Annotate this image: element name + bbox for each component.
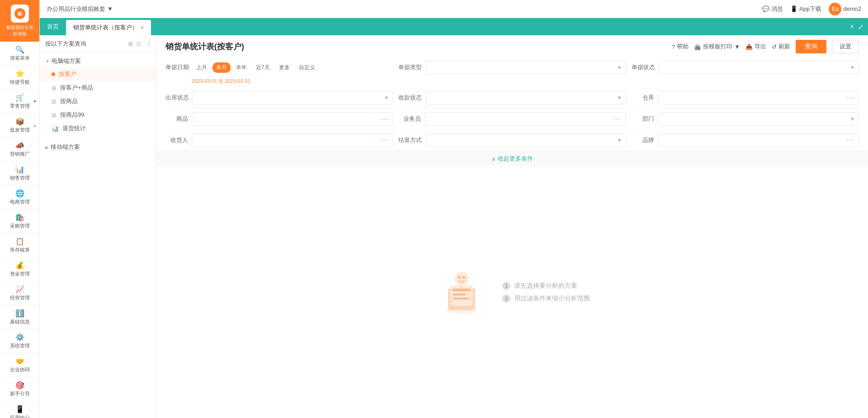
new-guide-icon: 🎯 bbox=[15, 381, 24, 390]
filter-data-area: 销货单统计表(按客户) ? 帮助 🖨️ 按模板打印 ▼ 📤 bbox=[156, 35, 868, 418]
header-left: 办公用品行业模拟账套 ▼ bbox=[47, 5, 113, 13]
retail-mgmt-icon: 🛒 bbox=[15, 93, 24, 102]
page-title: 销货单统计表(按客户) bbox=[165, 41, 244, 52]
filter-row-1: 单据日期 上月 本月 本年 近7天 更多 自定义 bbox=[165, 57, 859, 78]
sidebar-item-sales-mgmt[interactable]: 📊 销售管理 bbox=[0, 162, 39, 185]
pay-status-select[interactable]: ▼ bbox=[425, 91, 626, 104]
sidebar-item-inventory[interactable]: 📋 库存核算 bbox=[0, 233, 39, 257]
logo-area: 畅 畅捷通好生意 标准版 bbox=[0, 0, 39, 42]
tab-maximize-btn[interactable]: ⤢ bbox=[858, 23, 863, 31]
svg-point-10 bbox=[462, 276, 465, 279]
empty-state: 1 请先选择要分析的方案 2 用过滤条件来缩小分析范围 bbox=[156, 166, 868, 418]
date-tab-this-month[interactable]: 本月 bbox=[212, 62, 231, 73]
scheme-item-by-customer[interactable]: 按客户 bbox=[40, 67, 156, 81]
marketing-icon: 📣 bbox=[15, 141, 24, 150]
sidebar-item-quick-nav[interactable]: ⭐ 快捷导航 bbox=[0, 66, 39, 90]
app-download-btn[interactable]: 📱 App下载 bbox=[790, 5, 821, 13]
date-tab-7days[interactable]: 近7天 bbox=[252, 62, 274, 73]
print-icon: 🖨️ bbox=[694, 43, 701, 50]
scheme-group-pc-header[interactable]: ▼ 电脑端方案 bbox=[40, 55, 156, 67]
svg-rect-5 bbox=[453, 289, 471, 291]
empty-illustration bbox=[434, 265, 489, 319]
pay-status-arrow: ▼ bbox=[617, 95, 622, 100]
date-tab-more[interactable]: 更多 bbox=[275, 62, 293, 73]
account-dropdown-btn[interactable]: 办公用品行业模拟账套 ▼ bbox=[47, 5, 113, 13]
avatar: Ea bbox=[829, 3, 841, 15]
filter-pay-status-field: 收款状态 ▼ bbox=[398, 91, 626, 104]
tab-home[interactable]: 首页 bbox=[40, 18, 66, 35]
sidebar-item-wholesale-mgmt[interactable]: 📦 批发管理 bbox=[0, 114, 39, 138]
date-tab-prev-month[interactable]: 上月 bbox=[193, 62, 211, 73]
tab-sales-stat[interactable]: 销货单统计表（按客户） × bbox=[66, 20, 151, 35]
refresh-btn[interactable]: ↺ 刷新 bbox=[772, 43, 790, 51]
sidebar-item-new-guide[interactable]: 🎯 新手引导 bbox=[0, 377, 39, 401]
status-select-arrow: ▼ bbox=[850, 65, 855, 70]
date-tabs: 上月 本月 本年 近7天 更多 自定义 bbox=[193, 62, 319, 73]
tip-text-2: 用过滤条件来缩小分析范围 bbox=[514, 294, 590, 303]
sales-stat-tab-label: 销货单统计表（按客户） bbox=[73, 24, 138, 32]
receiver-select[interactable]: ··· bbox=[192, 133, 393, 147]
filter-date-field: 单据日期 上月 本月 本年 近7天 更多 自定义 bbox=[165, 62, 393, 73]
filter-out-status-field: 出库状态 ▼ bbox=[165, 91, 393, 104]
sidebar-item-marketing[interactable]: 📣 营销推广 bbox=[0, 138, 39, 162]
query-button[interactable]: 查询 bbox=[796, 40, 826, 53]
sidebar-item-enterprise-collab[interactable]: 🤝 企业协同 bbox=[0, 353, 39, 377]
sidebar-item-operations[interactable]: 📈 经营管理 bbox=[0, 281, 39, 305]
tab-close-icon[interactable]: × bbox=[141, 24, 144, 31]
sidebar-item-search-menu[interactable]: 🔍 搜索菜单 bbox=[0, 42, 39, 66]
settings-button[interactable]: 设置 bbox=[832, 40, 859, 53]
app-center-icon: 📱 bbox=[15, 405, 24, 413]
sidebar-item-app-center[interactable]: 📱 应用中心 bbox=[0, 401, 39, 418]
date-tab-this-year[interactable]: 本年 bbox=[232, 62, 250, 73]
help-icon: ? bbox=[672, 43, 675, 50]
wholesale-mgmt-icon: 📦 bbox=[15, 117, 24, 126]
template-print-btn[interactable]: 🖨️ 按模板打印 ▼ bbox=[694, 43, 740, 51]
sidebar-item-retail-mgmt[interactable]: 🛒 零售管理 bbox=[0, 90, 39, 114]
status-select[interactable]: ▼ bbox=[659, 61, 859, 74]
inventory-icon: 📋 bbox=[15, 237, 24, 246]
salesperson-select[interactable]: ··· bbox=[425, 112, 626, 126]
out-status-select[interactable]: ▼ bbox=[193, 91, 393, 104]
purchase-mgmt-icon: 🛍️ bbox=[15, 213, 24, 222]
sidebar-item-label: 快捷导航 bbox=[10, 79, 30, 86]
type-select-arrow: ▼ bbox=[617, 65, 622, 70]
collapse-more-btn[interactable]: ∧ 收起更多条件 bbox=[156, 151, 868, 166]
sidebar-item-sys-mgmt[interactable]: ⚙️ 系统管理 bbox=[0, 329, 39, 353]
scheme-group-mobile-header[interactable]: ▶ 移动端方案 bbox=[40, 141, 156, 153]
scheme-collapse-icon[interactable]: 《 bbox=[144, 40, 151, 48]
salesperson-dots: ··· bbox=[613, 115, 622, 123]
help-btn[interactable]: ? 帮助 bbox=[672, 43, 689, 51]
date-tab-custom[interactable]: 自定义 bbox=[295, 62, 319, 73]
scheme-group-mobile: ▶ 移动端方案 bbox=[40, 138, 156, 156]
basic-info-icon: ℹ️ bbox=[15, 309, 24, 318]
scheme-settings-icon[interactable]: ⊙ bbox=[136, 40, 142, 48]
dept-select[interactable]: ▼ bbox=[658, 112, 859, 126]
scheme-item-by-goods[interactable]: ⊞ 按商品 bbox=[40, 95, 156, 108]
messages-btn[interactable]: 💬 消息 bbox=[762, 5, 783, 13]
scheme-item-table3-icon: ⊞ bbox=[52, 112, 57, 119]
scheme-item-by-customer-goods[interactable]: ⊞ 按客户+商品 bbox=[40, 81, 156, 95]
scheme-add-icon[interactable]: ⊕ bbox=[128, 40, 133, 48]
tab-close-all-btn[interactable]: × bbox=[850, 23, 854, 31]
warehouse-select[interactable]: ··· bbox=[658, 91, 859, 104]
user-profile-btn[interactable]: Ea demo2 bbox=[829, 3, 861, 15]
settlement-select[interactable]: ▼ bbox=[425, 133, 626, 147]
sidebar-item-purchase-mgmt[interactable]: 🛍️ 采购管理 bbox=[0, 209, 39, 233]
sidebar-item-finance[interactable]: 💰 资金管理 bbox=[0, 257, 39, 281]
scheme-item-by-goods-99[interactable]: ⊞ 按商品99 bbox=[40, 108, 156, 122]
goods-select[interactable]: ··· bbox=[192, 112, 393, 126]
scheme-item-return-stat[interactable]: 📊 退货统计 bbox=[40, 122, 156, 135]
sidebar-item-label: 企业协同 bbox=[10, 366, 30, 373]
brand-select[interactable]: ··· bbox=[658, 133, 859, 147]
logo-subtext: 标准版 bbox=[13, 31, 27, 37]
refresh-icon: ↺ bbox=[772, 43, 777, 50]
type-select[interactable]: ▼ bbox=[425, 61, 626, 74]
sidebar-item-ecom-mgmt[interactable]: 🌐 电商管理 bbox=[0, 185, 39, 209]
filter-dept-field: 部门 ▼ bbox=[632, 112, 859, 126]
sidebar-item-basic-info[interactable]: ℹ️ 基础信息 bbox=[0, 305, 39, 329]
sidebar-item-label: 采购管理 bbox=[10, 223, 30, 229]
filter-goods-field: 商品 ··· bbox=[165, 112, 393, 126]
username-label: demo2 bbox=[843, 5, 861, 12]
filter-warehouse-field: 仓库 ··· bbox=[632, 91, 859, 104]
export-btn[interactable]: 📤 导出 bbox=[745, 43, 766, 51]
